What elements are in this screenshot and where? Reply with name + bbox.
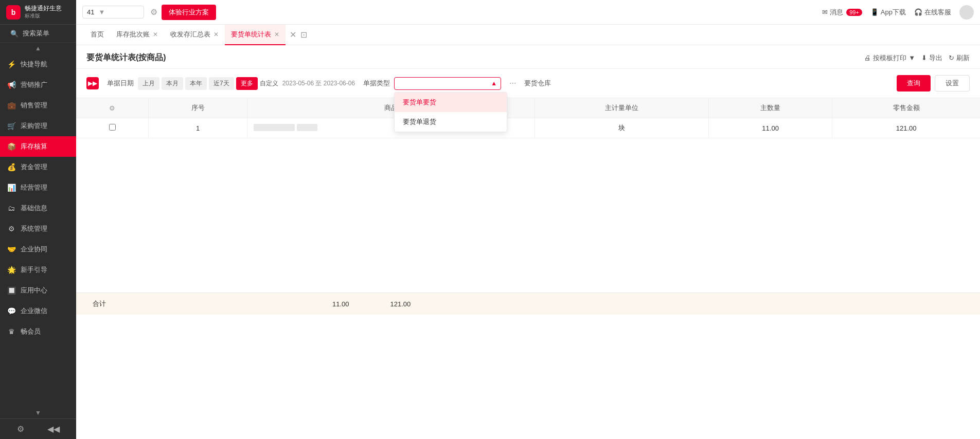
table-header-row: ⚙ 序号 商品 主计量单位 主数量 零售金额 bbox=[76, 98, 980, 118]
table-body: 1 块 11.00 121.00 bbox=[76, 118, 980, 138]
filter-expand-btn[interactable]: ▶▶ bbox=[86, 77, 99, 89]
app-title: 畅捷通好生意 bbox=[25, 5, 62, 13]
messages-action[interactable]: ✉ 消息 99+ bbox=[822, 8, 862, 17]
sidebar-item-quick-nav[interactable]: ⚡快捷导航 bbox=[0, 54, 76, 75]
query-button[interactable]: 查询 bbox=[897, 75, 931, 92]
app-download-icon: 📱 bbox=[870, 8, 879, 16]
last-month-btn[interactable]: 上月 bbox=[138, 77, 159, 90]
nav-label-system: 系统管理 bbox=[21, 224, 47, 233]
tab-home[interactable]: 首页 bbox=[84, 25, 110, 45]
filter-more-icon[interactable]: ··· bbox=[509, 79, 516, 88]
dropdown-item-order-goods[interactable]: 要货单要货 bbox=[395, 93, 507, 112]
scroll-down[interactable]: ▼ bbox=[0, 407, 76, 418]
sidebar-item-inventory[interactable]: 📦库存核算 bbox=[0, 136, 76, 157]
tab-label-receive-send-summary: 收发存汇总表 bbox=[170, 30, 210, 39]
collapse-icon[interactable]: ◀◀ bbox=[47, 424, 60, 434]
sidebar-item-base-info[interactable]: 🗂基础信息 bbox=[0, 198, 76, 218]
print-label: 按模板打印 bbox=[873, 53, 906, 63]
th-amount: 零售金额 bbox=[832, 98, 980, 118]
search-icon: 🔍 bbox=[10, 30, 19, 38]
nav-label-quick-nav: 快捷导航 bbox=[21, 60, 47, 69]
topbar-left: 41 ▼ ⚙ 体验行业方案 bbox=[82, 5, 822, 20]
sidebar-item-finance[interactable]: 💰资金管理 bbox=[0, 157, 76, 177]
app-subtitle: 标准版 bbox=[25, 12, 62, 20]
close-tab-icon[interactable]: ✕ bbox=[290, 30, 296, 40]
page: 要货单统计表(按商品) 🖨 按模板打印 ▼ ⬇ 导出 ↻ 刷新 bbox=[76, 45, 980, 439]
this-month-btn[interactable]: 本月 bbox=[162, 77, 183, 90]
sidebar-item-onboarding[interactable]: 🌟新手引导 bbox=[0, 260, 76, 280]
sidebar-item-system[interactable]: ⚙系统管理 bbox=[0, 218, 76, 239]
tab-close-inventory-batch[interactable]: ✕ bbox=[153, 31, 158, 38]
win-controls: ✕ ⊡ bbox=[290, 30, 307, 40]
sidebar-nav: ⚡快捷导航📢营销推广💼销售管理🛒采购管理📦库存核算💰资金管理📊经营管理🗂基础信息… bbox=[0, 54, 76, 407]
tab-close-receive-send-summary[interactable]: ✕ bbox=[213, 31, 219, 38]
sidebar-item-vip[interactable]: ♛畅会员 bbox=[0, 321, 76, 342]
export-btn[interactable]: ⬇ 导出 bbox=[921, 53, 942, 63]
online-service-action[interactable]: 🎧 在线客服 bbox=[914, 8, 951, 17]
th-settings[interactable]: ⚙ bbox=[76, 98, 149, 118]
td-check-0[interactable] bbox=[76, 118, 149, 138]
custom-date-btn[interactable]: 自定义 bbox=[260, 79, 278, 88]
sidebar-item-app-center[interactable]: 🔲应用中心 bbox=[0, 280, 76, 301]
topbar-settings-icon[interactable]: ⚙ bbox=[150, 7, 157, 17]
date-range-value: 2023-05-06 至 2023-06-06 bbox=[282, 79, 355, 88]
print-arrow-icon: ▼ bbox=[908, 54, 915, 62]
store-selector[interactable]: 41 ▼ bbox=[82, 6, 144, 19]
store-arrow-icon: ▼ bbox=[98, 8, 105, 16]
nav-label-app-center: 应用中心 bbox=[21, 286, 47, 295]
type-select[interactable] bbox=[394, 77, 501, 90]
message-icon: ✉ bbox=[822, 8, 828, 16]
sidebar-item-marketing[interactable]: 📢营销推广 bbox=[0, 75, 76, 95]
th-no: 序号 bbox=[149, 98, 247, 118]
footer-label: 合计 bbox=[82, 299, 106, 308]
print-icon: 🖨 bbox=[864, 54, 871, 62]
nav-icon-app-center: 🔲 bbox=[6, 285, 16, 296]
sidebar-item-sales[interactable]: 💼销售管理 bbox=[0, 95, 76, 116]
nav-icon-wechat-biz: 💬 bbox=[6, 306, 16, 316]
sidebar-item-wechat-biz[interactable]: 💬企业微信 bbox=[0, 301, 76, 321]
app-logo: b 畅捷通好生意 标准版 bbox=[0, 0, 76, 25]
settings-button[interactable]: 设置 bbox=[935, 75, 970, 92]
nav-label-finance: 资金管理 bbox=[21, 162, 47, 172]
topbar: 41 ▼ ⚙ 体验行业方案 ✉ 消息 99+ 📱 App下载 🎧 在线客服 bbox=[76, 0, 980, 25]
td-amount-0: 121.00 bbox=[832, 118, 980, 138]
tab-receive-send-summary[interactable]: 收发存汇总表✕ bbox=[164, 25, 225, 45]
nav-icon-system: ⚙ bbox=[6, 224, 16, 234]
row-checkbox-0[interactable] bbox=[109, 124, 116, 131]
settings-footer-icon[interactable]: ⚙ bbox=[17, 424, 24, 434]
tab-order-summary[interactable]: 要货单统计表✕ bbox=[225, 25, 286, 45]
sidebar-item-purchase[interactable]: 🛒采购管理 bbox=[0, 116, 76, 136]
app-download-label: App下载 bbox=[881, 8, 906, 17]
user-avatar[interactable] bbox=[959, 5, 974, 20]
dropdown-item-order-return[interactable]: 要货单退货 bbox=[395, 112, 507, 132]
trial-button[interactable]: 体验行业方案 bbox=[162, 5, 216, 20]
maximize-icon[interactable]: ⊡ bbox=[300, 30, 307, 40]
refresh-btn[interactable]: ↻ 刷新 bbox=[949, 53, 970, 63]
more-dates-btn[interactable]: 更多 bbox=[236, 77, 258, 90]
this-year-btn[interactable]: 本年 bbox=[185, 77, 207, 90]
tab-close-order-summary[interactable]: ✕ bbox=[274, 31, 279, 38]
tab-inventory-batch[interactable]: 库存批次账✕ bbox=[110, 25, 164, 45]
tab-label-inventory-batch: 库存批次账 bbox=[116, 30, 150, 39]
type-filter-group: 单据类型 ▲ 要货单要货 要货单退货 bbox=[363, 77, 501, 90]
sidebar-search[interactable]: 🔍 搜索菜单 bbox=[0, 25, 76, 43]
scroll-up[interactable]: ▲ bbox=[0, 43, 76, 54]
warehouse-label: 要货仓库 bbox=[524, 79, 551, 88]
table-footer: 合计 11.00 121.00 bbox=[76, 292, 980, 315]
th-quantity: 主数量 bbox=[708, 98, 832, 118]
td-no-0: 1 bbox=[149, 118, 247, 138]
tab-label-home: 首页 bbox=[91, 30, 104, 39]
page-header: 要货单统计表(按商品) 🖨 按模板打印 ▼ ⬇ 导出 ↻ 刷新 bbox=[76, 45, 980, 69]
type-select-wrapper: ▲ 要货单要货 要货单退货 bbox=[394, 77, 501, 90]
sidebar-item-operations[interactable]: 📊经营管理 bbox=[0, 177, 76, 198]
tab-label-order-summary: 要货单统计表 bbox=[231, 30, 271, 39]
online-service-icon: 🎧 bbox=[914, 8, 922, 16]
app-download-action[interactable]: 📱 App下载 bbox=[870, 8, 906, 17]
sidebar-item-cooperation[interactable]: 🤝企业协同 bbox=[0, 239, 76, 260]
sidebar-footer: ⚙ ◀◀ bbox=[0, 418, 76, 439]
last-7-days-btn[interactable]: 近7天 bbox=[209, 77, 234, 90]
nav-icon-finance: 💰 bbox=[6, 162, 16, 172]
type-dropdown: 要货单要货 要货单退货 bbox=[394, 92, 507, 132]
footer-quantity: 11.00 bbox=[332, 300, 349, 308]
print-btn[interactable]: 🖨 按模板打印 ▼ bbox=[864, 53, 915, 63]
